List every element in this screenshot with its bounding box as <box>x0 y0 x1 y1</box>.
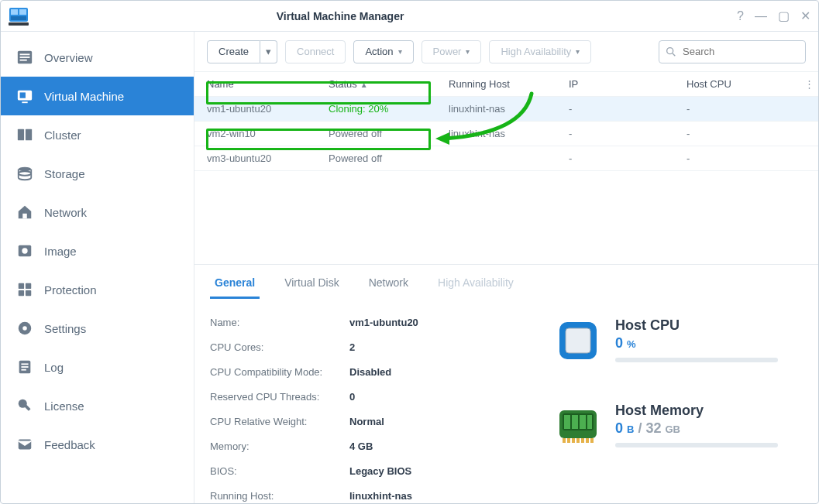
sidebar-item-network[interactable]: Network <box>1 193 194 231</box>
help-button[interactable]: ? <box>737 10 744 22</box>
host-cpu-bar <box>615 358 778 362</box>
table-row[interactable]: vm1-ubuntu20 Cloning: 20% linuxhint-nas … <box>194 97 818 122</box>
sidebar-item-label: Storage <box>44 167 85 180</box>
minimize-button[interactable]: — <box>755 10 767 22</box>
svg-rect-41 <box>580 415 586 429</box>
sidebar-item-log[interactable]: Log <box>1 348 194 386</box>
svg-rect-6 <box>20 53 30 55</box>
col-ip[interactable]: IP <box>569 78 687 90</box>
sidebar-item-feedback[interactable]: Feedback <box>1 425 194 464</box>
kv-key: CPU Cores: <box>210 341 349 353</box>
kv-value: Legacy BIOS <box>349 465 411 477</box>
svg-rect-40 <box>572 415 578 429</box>
cell-host-cpu: - <box>687 153 803 164</box>
svg-rect-26 <box>21 363 28 365</box>
kv-value: vm1-ubuntu20 <box>349 317 418 328</box>
chevron-down-icon: ▾ <box>576 47 580 56</box>
svg-rect-45 <box>572 438 575 443</box>
svg-rect-20 <box>26 283 31 289</box>
chevron-down-icon: ▾ <box>398 47 402 56</box>
svg-rect-13 <box>26 129 32 141</box>
col-status[interactable]: Status▲ <box>329 78 449 90</box>
svg-rect-2 <box>19 9 26 15</box>
svg-rect-42 <box>587 415 592 429</box>
svg-rect-16 <box>22 214 27 218</box>
kv-value: 2 <box>349 341 355 353</box>
cell-name: vm3-ubuntu20 <box>207 153 329 164</box>
svg-rect-11 <box>22 101 27 103</box>
kv-key: CPU Relative Weight: <box>210 416 349 427</box>
sidebar-item-storage[interactable]: Storage <box>1 154 194 193</box>
connect-button[interactable]: Connect <box>285 40 346 63</box>
svg-rect-46 <box>576 438 580 443</box>
power-button[interactable]: Power▾ <box>422 40 482 63</box>
svg-rect-22 <box>26 290 31 296</box>
table-row[interactable]: vm3-ubuntu20 Powered off - - <box>194 146 818 171</box>
cell-running-host: linuxhint-nas <box>449 103 569 115</box>
svg-point-32 <box>667 47 673 53</box>
kv-value: 4 GB <box>349 441 373 452</box>
search-input[interactable] <box>659 40 806 63</box>
tab-general[interactable]: General <box>210 269 260 299</box>
cell-status: Powered off <box>329 128 449 139</box>
sidebar-item-settings[interactable]: Settings <box>1 309 194 348</box>
svg-rect-35 <box>566 328 590 353</box>
sidebar-item-label: Network <box>44 206 87 219</box>
col-host-cpu[interactable]: Host CPU <box>687 78 803 90</box>
col-running-host[interactable]: Running Host <box>449 78 569 90</box>
svg-rect-44 <box>567 438 570 443</box>
kv-value: Normal <box>349 416 384 427</box>
host-memory-label: Host Memory <box>615 403 778 419</box>
sidebar-item-label: Log <box>44 361 64 374</box>
details-scroll[interactable]: Name:vm1-ubuntu20 CPU Cores:2 CPU Compat… <box>210 310 539 503</box>
high-availability-button[interactable]: High Availability▾ <box>489 40 591 63</box>
cell-name: vm1-ubuntu20 <box>207 103 329 115</box>
svg-rect-7 <box>20 57 30 58</box>
svg-rect-39 <box>564 415 570 429</box>
sidebar-item-image[interactable]: Image <box>1 231 194 270</box>
cell-host-cpu: - <box>687 128 803 139</box>
tab-network[interactable]: Network <box>364 269 413 299</box>
create-button[interactable]: Create <box>207 40 260 63</box>
tab-virtual-disk[interactable]: Virtual Disk <box>280 269 344 299</box>
kv-key: BIOS: <box>210 465 349 477</box>
sidebar-item-label: Cluster <box>44 129 81 142</box>
sidebar-item-overview[interactable]: Overview <box>1 38 194 77</box>
host-memory-meter: Host Memory 0 B / 32 GB <box>555 403 803 449</box>
kv-key: CPU Compatibility Mode: <box>210 366 349 378</box>
svg-rect-10 <box>20 92 26 98</box>
create-dropdown-caret[interactable]: ▾ <box>260 40 277 63</box>
kv-key: Memory: <box>210 441 349 452</box>
app-icon <box>9 7 29 26</box>
cell-host-cpu: - <box>687 103 803 115</box>
close-button[interactable]: ✕ <box>800 10 810 22</box>
sidebar-item-protection[interactable]: Protection <box>1 270 194 309</box>
column-options[interactable]: ⋮ <box>803 78 815 90</box>
svg-rect-27 <box>21 366 28 368</box>
svg-rect-1 <box>11 9 18 15</box>
svg-rect-3 <box>11 16 26 20</box>
memory-icon <box>555 403 601 449</box>
sidebar-item-virtual-machine[interactable]: Virtual Machine <box>1 77 194 115</box>
sort-asc-icon: ▲ <box>360 81 368 89</box>
toolbar: Create ▾ Connect Action▾ Power▾ High Ava… <box>194 32 818 72</box>
sidebar-item-label: Settings <box>44 322 86 335</box>
svg-rect-43 <box>563 438 566 443</box>
action-button[interactable]: Action▾ <box>353 40 413 63</box>
col-name[interactable]: Name <box>207 78 329 90</box>
cell-running-host: linuxhint-nas <box>449 128 569 139</box>
sidebar-item-label: Overview <box>44 51 93 64</box>
maximize-button[interactable]: ▢ <box>778 10 790 22</box>
table-row[interactable]: vm2-win10 Powered off linuxhint-nas - - <box>194 122 818 146</box>
sidebar: Overview Virtual Machine Cluster Storage… <box>1 32 194 503</box>
sidebar-item-license[interactable]: License <box>1 386 194 425</box>
sidebar-item-cluster[interactable]: Cluster <box>1 115 194 154</box>
cell-status: Cloning: 20% <box>329 103 449 115</box>
svg-rect-21 <box>19 290 24 296</box>
window-title: Virtual Machine Manager <box>36 10 737 22</box>
host-cpu-meter: Host CPU 0 % <box>555 317 803 364</box>
kv-key: Running Host: <box>210 490 349 502</box>
sidebar-item-label: License <box>44 399 84 413</box>
cell-ip: - <box>569 153 687 164</box>
kv-value: linuxhint-nas <box>349 490 412 502</box>
